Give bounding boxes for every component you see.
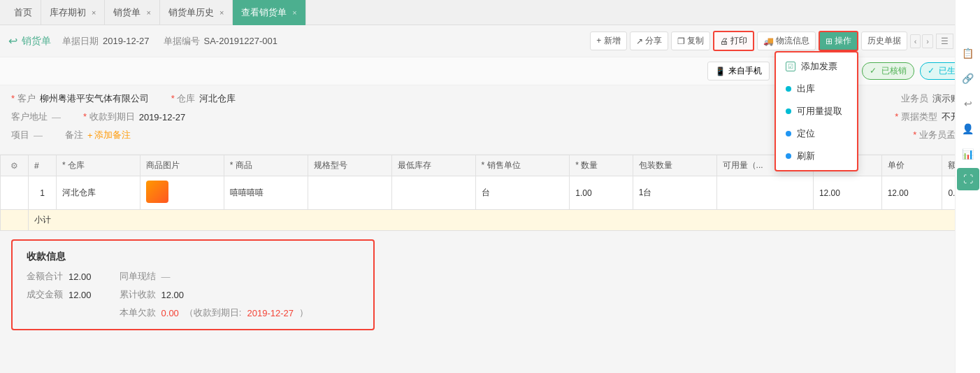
logistics-button[interactable]: 🚚 物流信息: [757, 31, 816, 50]
mobile-icon: 📱: [715, 66, 726, 76]
tab-sales[interactable]: 销货单 ×: [105, 0, 159, 25]
sidebar-expand-icon[interactable]: ⛶: [957, 168, 979, 190]
share-button[interactable]: ↗ 分享: [630, 31, 668, 50]
col-settings[interactable]: ⚙: [1, 155, 29, 176]
dropdown-refresh[interactable]: 刷新: [776, 145, 857, 167]
add-note-plus-icon: +: [87, 130, 93, 141]
tab-sales-close[interactable]: ×: [146, 8, 150, 17]
same-order-label: 同单现结: [120, 270, 156, 283]
dropdown-locate[interactable]: 定位: [776, 122, 857, 145]
new-label: + 新增: [596, 35, 620, 47]
notes-label: 备注: [65, 129, 83, 141]
effective-check-icon: ✓: [928, 66, 935, 76]
row-warehouse: 河北仓库: [57, 176, 140, 210]
payment-title: 收款信息: [27, 251, 359, 263]
same-order-value: —: [161, 272, 171, 282]
deal-amount-item: 成交金额 12.00: [27, 288, 92, 301]
payment-rows: 金额合计 12.00 成交金额 12.00 同单现结 — 累计收款 12.00 …: [27, 270, 359, 319]
doc-date-field: 单据日期 2019-12-27: [62, 35, 150, 48]
dropdown-add-invoice[interactable]: ☑ 添加发票: [776, 55, 857, 78]
row-min-stock: [391, 176, 475, 210]
payment-date-value: 2019-12-27: [139, 112, 186, 122]
tab-history-label: 销货单历史: [168, 6, 214, 19]
col-unit: * 销售单位: [475, 155, 570, 176]
cumulative-value: 12.00: [161, 290, 185, 300]
print-icon: 🖨: [720, 36, 728, 46]
operations-grid-icon: ⊞: [826, 36, 833, 46]
same-order-item: 同单现结 —: [120, 270, 308, 283]
notes-field: 备注 + 添加备注: [65, 129, 131, 141]
list-view-button[interactable]: ☰: [936, 34, 953, 49]
logistics-icon: 🚚: [763, 36, 774, 46]
product-image: [146, 181, 168, 203]
row-num: 1: [29, 176, 57, 210]
print-label: 打印: [730, 35, 747, 47]
confirmed-badge[interactable]: ✓ 已核销: [862, 62, 914, 80]
payment-date-label: 收款到期日: [83, 111, 135, 123]
dropdown-available-qty[interactable]: 可用量提取: [776, 100, 857, 122]
row-unit-price: 12.00: [881, 176, 942, 210]
toolbar: + 新增 ↗ 分享 ❐ 复制 🖨 打印 🚚 物流信息 ⊞ 操作: [590, 31, 972, 51]
history-label: 历史单据: [867, 35, 901, 47]
settings-icon[interactable]: ⚙: [10, 161, 18, 171]
due-label: （收款到期日:: [185, 307, 242, 319]
copy-button[interactable]: ❐ 复制: [671, 31, 710, 50]
history-button[interactable]: 历史单据: [861, 31, 907, 50]
tab-home[interactable]: 首页: [6, 0, 41, 25]
tab-view-sales[interactable]: 查看销货单 ×: [233, 0, 305, 25]
right-sidebar: 📋 🔗 ↩ 👤 📊 ⛶: [955, 0, 980, 339]
row-pack-qty: 1台: [633, 176, 716, 210]
sidebar-return-icon[interactable]: ↩: [957, 92, 979, 115]
row-qty: 1.00: [570, 176, 633, 210]
new-button[interactable]: + 新增: [590, 31, 626, 50]
project-label: 项目: [11, 129, 29, 141]
sidebar-link-icon[interactable]: 🔗: [957, 67, 979, 90]
mobile-button[interactable]: 📱 来自手机: [707, 62, 770, 80]
prev-button[interactable]: ‹: [910, 34, 921, 48]
owed-label: 本单欠款: [120, 307, 156, 319]
mobile-label: 来自手机: [728, 65, 762, 77]
doc-num-label: 单据编号: [164, 35, 200, 48]
table-row: 1 河北仓库 嘻嘻嘻嘻 台 1.00 1台 12.00 12.00 0.: [1, 176, 980, 210]
refresh-label: 刷新: [797, 150, 815, 162]
col-product: * 商品: [224, 155, 308, 176]
row-settings: [1, 176, 29, 210]
sidebar-doc-icon[interactable]: 📋: [957, 42, 979, 64]
print-button[interactable]: 🖨 打印: [713, 31, 754, 51]
add-invoice-label: 添加发票: [801, 60, 837, 73]
add-invoice-icon: ☑: [786, 62, 795, 71]
operations-button[interactable]: ⊞ 操作: [819, 31, 858, 51]
project-field: 项目 —: [11, 129, 43, 141]
sidebar-chart-icon[interactable]: 📊: [957, 143, 979, 165]
tab-home-label: 首页: [14, 6, 32, 19]
total-amount-item: 金额合计 12.00: [27, 270, 92, 283]
tab-view-sales-close[interactable]: ×: [292, 8, 296, 17]
due-value: 2019-12-27: [247, 308, 294, 318]
available-qty-dot: [786, 108, 791, 114]
add-note-button[interactable]: + 添加备注: [87, 129, 131, 141]
subtotal-label: 小计: [29, 210, 980, 231]
tab-inventory[interactable]: 库存期初 ×: [41, 0, 105, 25]
locate-label: 定位: [797, 127, 815, 140]
staff-label: 业务员: [901, 92, 928, 105]
tab-history[interactable]: 销货单历史 ×: [160, 0, 233, 25]
cumulative-label: 累计收款: [120, 288, 156, 301]
cumulative-item: 累计收款 12.00: [120, 288, 308, 301]
tab-history-close[interactable]: ×: [219, 8, 224, 17]
next-button[interactable]: ›: [922, 34, 933, 48]
col-unit-price: 单价: [881, 155, 942, 176]
doc-meta: 单据日期 2019-12-27 单据编号 SA-20191227-001: [62, 35, 278, 48]
add-note-label: 添加备注: [94, 129, 131, 141]
sales-staff-label: 业务员孟: [913, 129, 956, 141]
copy-icon: ❐: [677, 36, 685, 46]
payment-col-left: 金额合计 12.00 成交金额 12.00: [27, 270, 92, 319]
address-value: —: [52, 112, 61, 122]
dropdown-out-stock[interactable]: 出库: [776, 78, 857, 100]
sidebar-user-icon[interactable]: 👤: [957, 118, 979, 140]
row-current: 12.00: [813, 176, 881, 210]
owed-value: 0.00: [161, 308, 179, 318]
total-amount-value: 12.00: [69, 272, 92, 282]
tab-inventory-close[interactable]: ×: [92, 8, 96, 17]
warehouse-label: 仓库: [171, 92, 196, 105]
col-qty: * 数量: [570, 155, 633, 176]
